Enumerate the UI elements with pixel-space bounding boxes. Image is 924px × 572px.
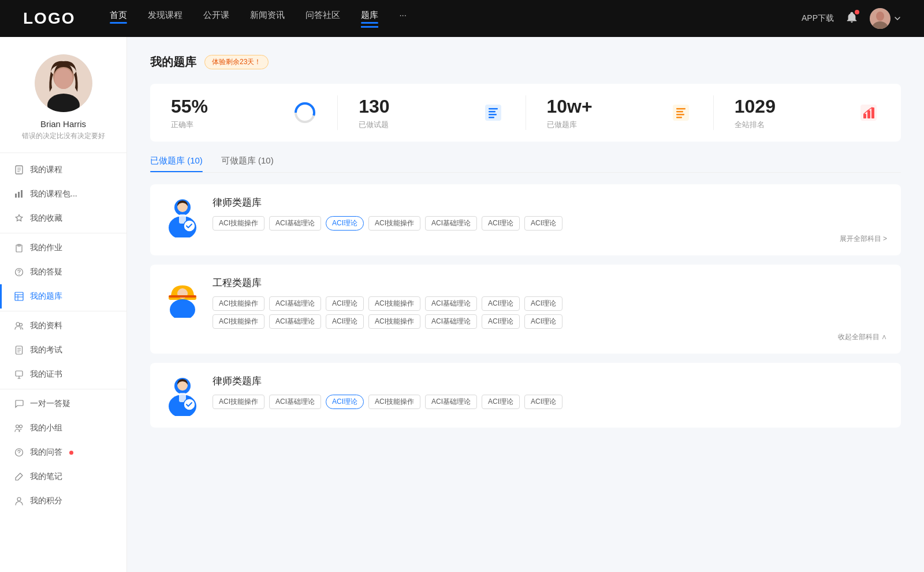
tag-item[interactable]: ACI基础理论: [425, 296, 477, 311]
profile-name: Brian Harris: [40, 119, 86, 129]
sidebar-item-exam[interactable]: 我的考试: [0, 338, 126, 362]
tag-item[interactable]: ACI技能操作: [368, 296, 420, 311]
tag-item[interactable]: ACI理论: [524, 296, 562, 311]
sidebar-item-favorites[interactable]: 我的收藏: [0, 206, 126, 231]
nav-item-discover[interactable]: 发现课程: [148, 10, 182, 28]
tag-item[interactable]: ACI理论: [326, 296, 364, 311]
sidebar-item-question-bank[interactable]: 我的题库: [0, 284, 126, 309]
stat-value: 130: [359, 95, 481, 117]
tab-available-banks[interactable]: 可做题库 (10): [221, 155, 274, 172]
svg-point-31: [17, 497, 21, 501]
nav-item-more[interactable]: ···: [399, 10, 407, 28]
svg-rect-27: [16, 371, 23, 376]
sidebar-item-certificate[interactable]: 我的证书: [0, 362, 126, 387]
nav-item-news[interactable]: 新闻资讯: [250, 10, 285, 28]
tag-item[interactable]: ACI技能操作: [213, 216, 264, 231]
stat-value: 1029: [735, 95, 857, 117]
notification-bell[interactable]: [845, 11, 858, 26]
lawyer-svg-icon: [164, 196, 201, 237]
badge-icon: [14, 369, 24, 380]
sidebar-label: 我的积分: [30, 496, 62, 506]
svg-rect-40: [676, 108, 685, 110]
tag-item[interactable]: ACI理论: [482, 314, 520, 329]
tag-item[interactable]: ACI基础理论: [425, 395, 477, 409]
tabs-row: 已做题库 (10) 可做题库 (10): [150, 155, 901, 173]
file-text-icon: [14, 345, 24, 355]
sidebar-item-answers[interactable]: 我的答疑: [0, 260, 126, 284]
svg-point-28: [16, 425, 19, 428]
tag-item[interactable]: ACI理论: [482, 216, 520, 231]
navbar: LOGO 首页 发现课程 公开课 新闻资讯 问答社区 题库 ··· APP下载: [0, 0, 924, 37]
stats-bar: 55% 正确率 130 已做试题: [150, 84, 901, 142]
sidebar-item-points[interactable]: 我的积分: [0, 489, 126, 513]
tags-row-2: ACI技能操作 ACI基础理论 ACI理论 ACI技能操作 ACI基础理论 AC…: [213, 314, 887, 329]
svg-rect-34: [485, 105, 501, 121]
sidebar-item-homework[interactable]: 我的作业: [0, 236, 126, 260]
svg-rect-38: [489, 117, 494, 118]
sidebar-item-notes[interactable]: 我的笔记: [0, 465, 126, 489]
user-avatar-dropdown[interactable]: [870, 8, 901, 29]
svg-rect-45: [863, 114, 866, 118]
nav-item-home[interactable]: 首页: [110, 10, 127, 28]
sidebar-item-course-package[interactable]: 我的课程包...: [0, 182, 126, 206]
tag-item[interactable]: ACI理论: [326, 314, 364, 329]
users-icon: [14, 423, 24, 433]
tag-item[interactable]: ACI技能操作: [213, 296, 264, 311]
svg-point-16: [18, 274, 20, 275]
sidebar-label: 我的笔记: [30, 471, 62, 482]
sidebar-item-courses[interactable]: 我的课程: [0, 158, 126, 182]
tag-item[interactable]: ACI基础理论: [269, 216, 321, 231]
svg-rect-56: [169, 295, 196, 298]
tag-item[interactable]: ACI理论: [482, 395, 520, 409]
expand-link[interactable]: 展开全部科目 >: [213, 234, 887, 244]
nav-item-open-course[interactable]: 公开课: [203, 10, 229, 28]
svg-rect-35: [489, 108, 498, 110]
tag-item[interactable]: ACI理论: [524, 395, 562, 409]
tab-done-banks[interactable]: 已做题库 (10): [150, 155, 203, 172]
tag-item[interactable]: ACI技能操作: [368, 395, 420, 409]
svg-rect-41: [676, 111, 683, 113]
sidebar-profile: Brian Harris 错误的决定比没有决定要好: [0, 37, 126, 153]
stat-done-banks: 10w+ 已做题库: [526, 95, 714, 130]
sidebar-item-qna[interactable]: 我的问答: [0, 440, 126, 465]
navbar-nav: 首页 发现课程 公开课 新闻资讯 问答社区 题库 ···: [110, 10, 802, 28]
collapse-link[interactable]: 收起全部科目 ∧: [213, 332, 887, 342]
tag-item-active[interactable]: ACI理论: [326, 395, 364, 409]
tag-item[interactable]: ACI理论: [524, 216, 562, 231]
bank-card-lawyer-1: 律师类题库 ACI技能操作 ACI基础理论 ACI理论 ACI技能操作 ACI基…: [150, 184, 901, 255]
sidebar-item-profile[interactable]: 我的资料: [0, 314, 126, 338]
tag-item[interactable]: ACI基础理论: [425, 216, 477, 231]
tag-item[interactable]: ACI理论: [482, 296, 520, 311]
stat-accuracy: 55% 正确率: [150, 95, 338, 130]
sidebar-item-1on1[interactable]: 一对一答疑: [0, 392, 126, 416]
tag-item[interactable]: ACI基础理论: [269, 395, 321, 409]
tag-item[interactable]: ACI技能操作: [213, 395, 264, 409]
sidebar-label: 我的题库: [30, 291, 62, 302]
tag-item[interactable]: ACI理论: [524, 314, 562, 329]
chart-bar-icon: [14, 189, 24, 199]
tag-item[interactable]: ACI技能操作: [368, 314, 420, 329]
stat-value: 10w+: [547, 95, 669, 117]
question-circle-icon: [14, 267, 24, 277]
tag-item[interactable]: ACI基础理论: [269, 296, 321, 311]
stat-text: 10w+ 已做题库: [547, 95, 669, 130]
tag-item-active[interactable]: ACI理论: [326, 216, 364, 231]
tag-item[interactable]: ACI技能操作: [213, 314, 264, 329]
list-orange-icon: [669, 101, 692, 124]
sidebar-item-group[interactable]: 我的小组: [0, 416, 126, 440]
svg-rect-42: [676, 114, 684, 116]
svg-rect-37: [489, 114, 497, 116]
bank-name: 律师类题库: [213, 196, 887, 209]
sidebar-label: 我的小组: [30, 423, 62, 433]
sidebar: Brian Harris 错误的决定比没有决定要好 我的课程 我的课程包...: [0, 37, 127, 572]
nav-item-bank[interactable]: 题库: [361, 10, 378, 28]
table-icon: [14, 291, 24, 302]
tag-item[interactable]: ACI基础理论: [269, 314, 321, 329]
tag-item[interactable]: ACI技能操作: [368, 216, 420, 231]
person-icon: [14, 496, 24, 506]
app-download-link[interactable]: APP下载: [802, 13, 834, 24]
tag-item[interactable]: ACI基础理论: [425, 314, 477, 329]
nav-item-qa[interactable]: 问答社区: [305, 10, 340, 28]
avatar-icon: [870, 8, 891, 29]
pie-chart-icon: [293, 101, 316, 124]
